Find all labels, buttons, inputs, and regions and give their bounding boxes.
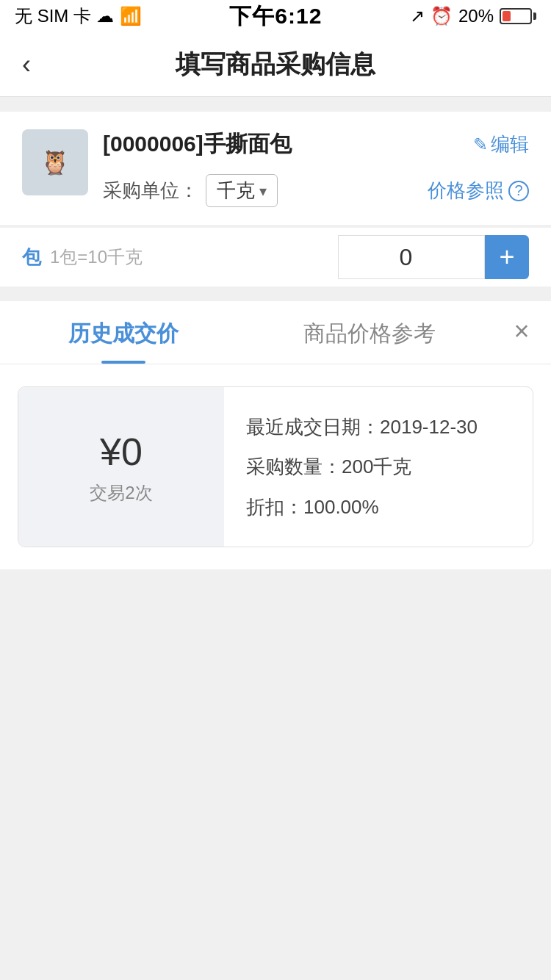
- price-ref-button[interactable]: 价格参照 ?: [428, 178, 529, 203]
- unit-dropdown-arrow: ▾: [259, 182, 267, 200]
- tab-product-price-ref[interactable]: 商品价格参考: [246, 301, 492, 364]
- battery-icon: [500, 8, 536, 24]
- tabs-close-button[interactable]: ×: [492, 316, 551, 350]
- price-currency: ¥: [100, 430, 121, 473]
- status-left: 无 SIM 卡 ☁ 📶: [15, 4, 142, 28]
- edit-icon: ✎: [473, 134, 488, 155]
- tab-product-price-ref-label: 商品价格参考: [303, 321, 436, 345]
- price-card-left: ¥0 交易2次: [18, 387, 224, 547]
- price-card-area: ¥0 交易2次 最近成交日期：2019-12-30 采购数量：200千克 折扣：…: [0, 364, 551, 569]
- price-detail-quantity: 采购数量：200千克: [246, 453, 511, 480]
- status-time: 下午6:12: [229, 1, 322, 32]
- product-header: 🦉 [0000006]手撕面包 ✎ 编辑 采购单位： 千克 ▾: [22, 129, 529, 207]
- edit-label: 编辑: [491, 131, 529, 157]
- back-button[interactable]: ‹: [22, 49, 66, 80]
- price-detail-date-label: 最近成交日期：: [246, 416, 380, 438]
- edit-button[interactable]: ✎ 编辑: [473, 131, 529, 157]
- product-name: [0000006]手撕面包: [103, 129, 292, 159]
- product-info: [0000006]手撕面包 ✎ 编辑 采购单位： 千克 ▾ 价格参照 ?: [103, 129, 529, 207]
- price-value: 0: [121, 430, 143, 473]
- quantity-label-area: 包 1包=10千克: [22, 245, 143, 270]
- quantity-section: 包 1包=10千克 +: [0, 228, 551, 287]
- tab-history-price[interactable]: 历史成交价: [0, 301, 246, 364]
- price-detail-date-value: 2019-12-30: [380, 416, 478, 438]
- alarm-icon: ⏰: [431, 6, 453, 26]
- quantity-plus-button[interactable]: +: [485, 235, 529, 279]
- product-thumbnail: 🦉: [22, 129, 88, 195]
- price-detail-discount-value: 100.00%: [303, 496, 379, 518]
- tab-history-price-label: 历史成交价: [68, 321, 179, 345]
- price-detail-discount: 折扣：100.00%: [246, 494, 511, 520]
- price-ref-icon: ?: [508, 181, 529, 201]
- status-right: ↗ ⏰ 20%: [410, 6, 536, 26]
- page-title: 填写商品采购信息: [66, 48, 485, 82]
- quantity-unit-badge: 包: [22, 245, 41, 270]
- price-detail-discount-label: 折扣：: [246, 496, 303, 518]
- price-detail-date: 最近成交日期：2019-12-30: [246, 414, 511, 440]
- unit-value: 千克: [217, 178, 255, 203]
- product-section: 🦉 [0000006]手撕面包 ✎ 编辑 采购单位： 千克 ▾: [0, 112, 551, 225]
- status-bar: 无 SIM 卡 ☁ 📶 下午6:12 ↗ ⏰ 20%: [0, 0, 551, 32]
- price-ref-label: 价格参照: [428, 178, 504, 203]
- bottom-area: [0, 569, 551, 980]
- nav-bar: ‹ 填写商品采购信息: [0, 32, 551, 97]
- battery-percent: 20%: [458, 6, 494, 26]
- tabs-section: 历史成交价 商品价格参考 × ¥0 交易2次 最近成交日期：2019-12-30…: [0, 301, 551, 569]
- quantity-input-area: +: [338, 235, 529, 279]
- price-card-right: 最近成交日期：2019-12-30 采购数量：200千克 折扣：100.00%: [224, 387, 533, 547]
- product-unit-row: 采购单位： 千克 ▾ 价格参照 ?: [103, 174, 529, 207]
- price-card: ¥0 交易2次 最近成交日期：2019-12-30 采购数量：200千克 折扣：…: [18, 386, 533, 547]
- sim-label: 无 SIM 卡 ☁: [15, 4, 114, 28]
- product-thumbnail-icon: 🦉: [40, 148, 70, 176]
- tabs-header: 历史成交价 商品价格参考 ×: [0, 301, 551, 364]
- quantity-hint: 1包=10千克: [50, 245, 143, 269]
- wifi-icon: 📶: [120, 6, 142, 26]
- location-icon: ↗: [410, 6, 425, 26]
- product-name-row: [0000006]手撕面包 ✎ 编辑: [103, 129, 529, 159]
- unit-select[interactable]: 千克 ▾: [206, 174, 278, 207]
- quantity-input[interactable]: [338, 235, 485, 279]
- price-amount: ¥0: [100, 430, 143, 474]
- price-detail-quantity-label: 采购数量：: [246, 455, 342, 478]
- unit-label: 采购单位：: [103, 178, 198, 203]
- price-detail-quantity-value: 200千克: [342, 455, 411, 478]
- price-trades: 交易2次: [90, 481, 152, 505]
